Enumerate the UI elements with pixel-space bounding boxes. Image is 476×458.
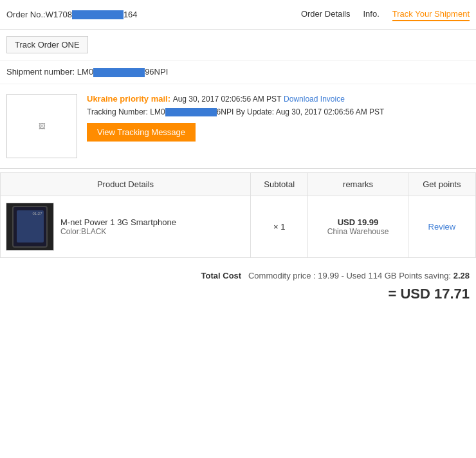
commodity-line: Total Cost Commodity price : 19.99 - Use… <box>6 271 470 280</box>
table-row: 01:27 M-net Power 1 3G Smartphone Color:… <box>1 196 476 257</box>
product-image: 01:27 <box>6 203 54 251</box>
tracking-info: Ukraine priority mail: Aug 30, 2017 02:0… <box>87 94 470 158</box>
shipment-suffix: 96NPI <box>145 67 168 77</box>
qty-value: × 1 <box>273 222 285 232</box>
tracking-num-redacted <box>165 108 217 116</box>
commodity-price: 19.99 <box>318 271 339 280</box>
tracking-num-suffix: 6NPI <box>217 107 234 116</box>
commodity-label: Commodity price : <box>248 271 316 280</box>
tab-info[interactable]: Info. <box>363 8 380 21</box>
total-cost-label: Total Cost <box>201 271 242 280</box>
image-placeholder: 🖼 <box>39 122 46 130</box>
phone-screen: 01:27 <box>17 210 44 243</box>
product-name: M-net Power 1 3G Smartphone <box>60 217 176 227</box>
tracking-number-row: Tracking Number: LM06NPI By Update: Aug … <box>87 107 470 116</box>
col-remarks: remarks <box>308 172 408 196</box>
tracking-image: 🖼 <box>6 94 77 158</box>
col-get-points: Get points <box>408 172 475 196</box>
view-tracking-button[interactable]: View Tracking Message <box>87 123 196 142</box>
phone-icon: 01:27 <box>12 206 48 248</box>
mail-type-row: Ukraine priority mail: Aug 30, 2017 02:0… <box>87 94 470 104</box>
table-header-row: Product Details Subtotal remarks Get poi… <box>1 172 476 196</box>
order-number-prefix: Order No.:W1708 <box>6 10 72 19</box>
order-header: Order No.:W1708164 Order Details Info. T… <box>0 0 476 30</box>
warehouse: China Warehouse <box>313 227 402 236</box>
tab-order-details[interactable]: Order Details <box>301 8 351 21</box>
download-invoice-link[interactable]: Download Invoice <box>284 95 345 104</box>
order-number-redacted <box>72 10 124 19</box>
tracking-card: 🖼 Ukraine priority mail: Aug 30, 2017 02… <box>0 84 476 169</box>
total-line: = USD 17.71 <box>6 286 470 302</box>
product-cell-inner: 01:27 M-net Power 1 3G Smartphone Color:… <box>6 203 245 251</box>
product-info: M-net Power 1 3G Smartphone Color:BLACK <box>60 217 176 236</box>
nav-tabs: Order Details Info. Track Your Shipment <box>301 8 470 21</box>
total-section: Total Cost Commodity price : 19.99 - Use… <box>0 258 476 315</box>
product-color: Color:BLACK <box>60 227 176 236</box>
remarks-cell: Review <box>408 196 475 257</box>
qty-cell: × 1 <box>251 196 308 257</box>
subtotal-cell: USD 19.99 China Warehouse <box>308 196 408 257</box>
subtotal-price: USD 19.99 <box>313 217 402 227</box>
points-text: - Used 114 GB Points saving: <box>342 271 452 280</box>
col-product-details: Product Details <box>1 172 251 196</box>
order-number: Order No.:W1708164 <box>6 10 138 20</box>
mail-type: Ukraine priority mail: <box>87 94 170 104</box>
phone-time: 01:27 <box>32 212 42 215</box>
product-table: Product Details Subtotal remarks Get poi… <box>0 172 476 258</box>
tracking-date: Aug 30, 2017 02:06:56 AM PST <box>173 95 282 104</box>
shipment-label: Shipment number: LM0 <box>6 67 93 77</box>
col-subtotal: Subtotal <box>251 172 308 196</box>
tracking-num-label: Tracking Number: LM0 <box>87 107 165 116</box>
shipment-redacted <box>93 68 145 77</box>
track-order-button[interactable]: Track Order ONE <box>6 36 88 53</box>
update-text: By Update: Aug 30, 2017 02:06:56 AM PST <box>236 107 385 116</box>
order-number-suffix: 164 <box>124 10 138 19</box>
review-link[interactable]: Review <box>428 222 456 232</box>
points-saving: 2.28 <box>453 271 470 280</box>
total-amount: = USD 17.71 <box>388 286 470 302</box>
product-cell: 01:27 M-net Power 1 3G Smartphone Color:… <box>1 196 251 257</box>
tab-track-shipment[interactable]: Track Your Shipment <box>392 8 470 21</box>
track-btn-area: Track Order ONE <box>0 30 476 60</box>
shipment-number-row: Shipment number: LM096NPI <box>0 60 476 84</box>
